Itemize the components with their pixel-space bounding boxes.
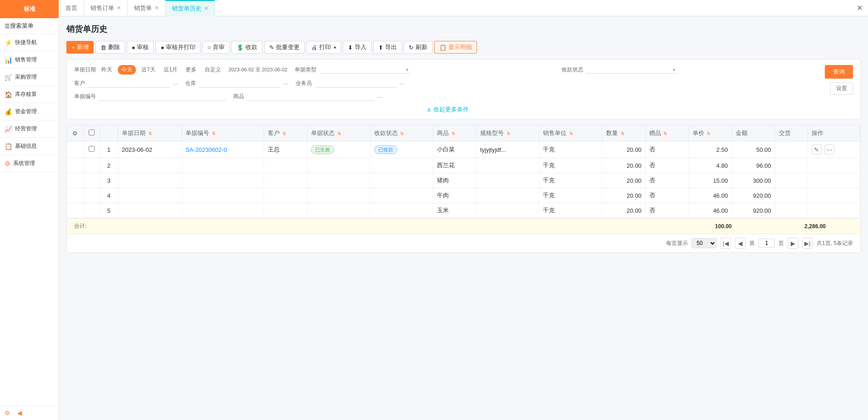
page-number-input[interactable] <box>758 239 775 248</box>
review-print-button[interactable]: ● 审核并打印 <box>156 41 201 54</box>
th-spec[interactable]: 规格型号 ⇅ <box>476 125 539 141</box>
doc-number-link[interactable]: SA-20230602-0 <box>186 146 227 153</box>
row-actions <box>808 203 860 218</box>
row-doc-status: 已生效 <box>307 141 370 158</box>
filter-settings-button[interactable]: 设置 <box>830 82 853 95</box>
th-customer[interactable]: 客户 ⇅ <box>264 125 307 141</box>
row-checkbox-cell <box>83 173 100 188</box>
tab-sales-delivery[interactable]: 销货单 ✕ <box>128 0 166 16</box>
th-sales-unit[interactable]: 销售单位 ⇅ <box>539 125 602 141</box>
row-doc-number <box>182 188 264 203</box>
row-checkbox[interactable] <box>89 146 95 152</box>
th-doc-date[interactable]: 单据日期 ⇅ <box>118 125 182 141</box>
window-close-btn[interactable]: ✕ <box>851 4 868 12</box>
tab-home[interactable]: 首页 <box>59 0 84 16</box>
warehouse-picker[interactable]: ··· <box>283 80 289 87</box>
date-option-7days[interactable]: 近7天 <box>139 65 158 75</box>
date-option-yesterday[interactable]: 昨天 <box>99 65 115 75</box>
edit-action-btn[interactable]: ✎ <box>812 145 822 155</box>
first-page-btn[interactable]: |◀ <box>720 238 731 249</box>
customer-input[interactable] <box>88 79 170 88</box>
doc-type-label: 单据类型 <box>295 66 316 74</box>
warehouse-label: 仓库 <box>185 80 196 87</box>
th-doc-number[interactable]: 单据编号 ⇅ <box>182 125 264 141</box>
date-option-more[interactable]: 更多 <box>183 65 199 75</box>
row-quantity: 20.00 <box>602 203 645 218</box>
abandon-button[interactable]: ○ 弃审 <box>202 41 230 54</box>
row-spec <box>476 173 539 188</box>
select-all-checkbox[interactable] <box>89 130 95 135</box>
row-amount: 920.00 <box>732 188 775 203</box>
review-button[interactable]: ● 审核 <box>127 41 154 54</box>
refresh-button[interactable]: ↻ 刷新 <box>404 41 432 54</box>
tab-sales-history[interactable]: 销货单历史 ✕ <box>166 0 215 16</box>
row-sales-unit: 千克 <box>539 173 602 188</box>
row-payment-status <box>370 188 433 203</box>
sidebar-item-basic-info[interactable]: 📋 基础信息 <box>0 138 59 155</box>
warehouse-input[interactable] <box>199 79 281 88</box>
row-payment-status <box>370 203 433 218</box>
row-delivery <box>775 141 808 158</box>
row-amount: 50.00 <box>732 141 775 158</box>
th-unit-price[interactable]: 单价 ⇅ <box>688 125 732 141</box>
th-settings[interactable]: ⚙ <box>67 125 83 141</box>
display-details-button[interactable]: 📋 显示明细 <box>434 41 477 54</box>
date-option-1month[interactable]: 近1月 <box>161 65 181 75</box>
customer-picker[interactable]: ··· <box>172 80 178 87</box>
per-page-select[interactable]: 50 10 20 100 <box>692 238 717 248</box>
collapse-filter-btn[interactable]: ∧ 收起更多条件 <box>74 105 821 114</box>
sidebar-item-search-menu[interactable]: ☰ 搜索菜单 <box>0 18 59 34</box>
row-amount: 920.00 <box>732 203 775 218</box>
th-actions: 操作 <box>808 125 860 141</box>
next-page-btn[interactable]: ▶ <box>788 238 798 249</box>
delete-button[interactable]: 🗑 删除 <box>95 41 125 54</box>
goods-input[interactable] <box>247 92 374 101</box>
row-num: 5 <box>100 203 118 218</box>
table-row: 2 西兰花 千克 20.00 否 4.80 96.00 <box>67 158 860 173</box>
tab-sales-order[interactable]: 销售订单 ✕ <box>84 0 128 16</box>
sidebar-item-sales-mgmt[interactable]: 📊 销售管理 <box>0 51 59 69</box>
date-option-today[interactable]: 今天 <box>118 65 136 75</box>
sidebar-item-quick-nav[interactable]: ⚡ 快捷导航 <box>0 34 59 51</box>
tab-close-sales-history[interactable]: ✕ <box>204 5 208 11</box>
batch-change-button[interactable]: ✎ 批量变更 <box>264 41 305 54</box>
salesperson-input[interactable] <box>315 79 396 88</box>
sidebar-item-purchase-mgmt[interactable]: 🛒 采购管理 <box>0 69 59 86</box>
row-quantity: 20.00 <box>602 141 645 158</box>
goods-picker[interactable]: ··· <box>377 93 382 100</box>
sort-unit-price-icon: ⇅ <box>707 131 710 136</box>
th-doc-status[interactable]: 单据状态 ⇅ <box>307 125 370 141</box>
tab-close-sales-delivery[interactable]: ✕ <box>155 5 159 11</box>
more-action-btn[interactable]: ⋯ <box>824 145 834 155</box>
print-button[interactable]: 🖨 打印 <box>306 41 341 54</box>
th-quantity[interactable]: 数量 ⇅ <box>602 125 645 141</box>
sidebar-item-inventory[interactable]: 🏠 库存核算 <box>0 86 59 103</box>
last-page-btn[interactable]: ▶| <box>802 238 813 249</box>
export-button[interactable]: ⬆ 导出 <box>373 41 402 54</box>
sidebar-item-operations[interactable]: 📈 经营管理 <box>0 120 59 138</box>
row-gear <box>67 173 83 188</box>
row-gear <box>67 141 83 158</box>
th-payment-status[interactable]: 收款状态 ⇅ <box>370 125 433 141</box>
doc-number-input[interactable] <box>99 92 226 101</box>
th-goods[interactable]: 商品 ⇅ <box>433 125 477 141</box>
tab-close-sales-order[interactable]: ✕ <box>117 5 121 11</box>
th-gift[interactable]: 赠品 ⇅ <box>645 125 688 141</box>
collect-button[interactable]: 💲 收款 <box>231 41 262 54</box>
salesperson-picker[interactable]: ··· <box>399 80 405 87</box>
sidebar-item-sys-mgmt[interactable]: ⚙ 系统管理 <box>0 155 59 172</box>
operations-icon: 📈 <box>5 125 12 133</box>
sidebar-item-finance[interactable]: 💰 资金管理 <box>0 103 59 120</box>
date-option-custom[interactable]: 自定义 <box>202 65 224 75</box>
payment-status-select[interactable]: ▾ <box>586 66 677 74</box>
data-table-container: ⚙ 单据日期 ⇅ 单据编号 ⇅ <box>66 125 861 253</box>
th-delivery: 交货 <box>775 125 808 141</box>
sidebar-collapse-icon[interactable]: ◀ <box>17 410 22 416</box>
add-button[interactable]: + 新增 <box>66 41 94 54</box>
import-icon: ⬇ <box>348 44 353 51</box>
import-button[interactable]: ⬇ 导入 <box>343 41 371 54</box>
prev-page-btn[interactable]: ◀ <box>735 238 746 249</box>
query-button[interactable]: 查询 <box>825 65 853 79</box>
sidebar-settings-icon[interactable]: ⚙ <box>5 410 10 416</box>
doc-type-select[interactable]: ▾ <box>319 66 410 74</box>
